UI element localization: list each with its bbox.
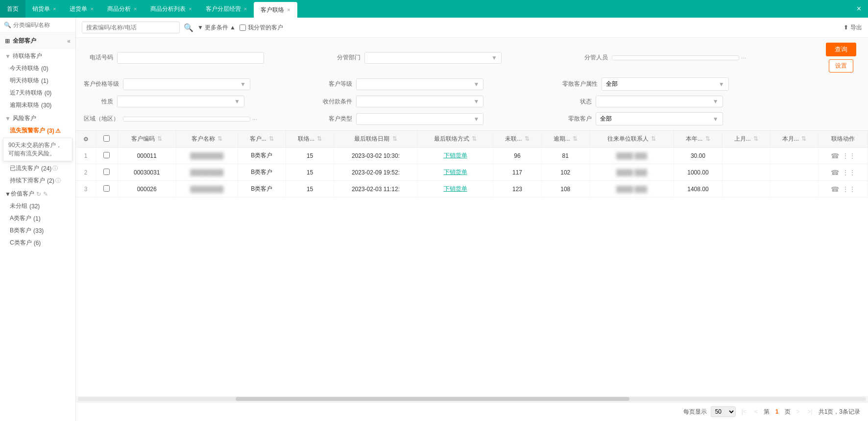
action-contact-icon-0[interactable]: ☎ bbox=[831, 152, 839, 160]
sidebar-search-area[interactable]: 🔍 bbox=[0, 18, 75, 33]
filter-customer-type-select[interactable]: ▼ bbox=[356, 113, 483, 125]
horizontal-scrollbar[interactable] bbox=[76, 396, 868, 402]
filter-gender-select[interactable]: ▼ bbox=[117, 96, 244, 107]
cell-this-year-0: 30.00 bbox=[674, 148, 722, 164]
tab-goods-analysis-list-close[interactable]: × bbox=[189, 6, 192, 12]
cell-last-contact-method-2[interactable]: 下销货单 bbox=[417, 181, 493, 198]
tab-sales-close[interactable]: × bbox=[53, 6, 56, 12]
row-checkbox-1[interactable] bbox=[103, 169, 110, 175]
tab-sales[interactable]: 销货单 × bbox=[25, 0, 63, 18]
filter-field-phone: 电话号码 bbox=[84, 52, 325, 64]
page-label: 第 bbox=[764, 408, 770, 416]
filter-manager-more[interactable]: ··· bbox=[741, 54, 746, 61]
col-last-contact-date[interactable]: 最后联络日期 ⇅ bbox=[334, 131, 418, 148]
col-type[interactable]: 客户... ⇅ bbox=[238, 131, 286, 148]
tab-purchase-close[interactable]: × bbox=[90, 6, 93, 12]
settings-button[interactable]: 设置 bbox=[829, 59, 853, 73]
col-last-month[interactable]: 上月... ⇅ bbox=[722, 131, 770, 148]
col-check[interactable] bbox=[96, 131, 118, 148]
export-button[interactable]: ⬆ 导出 bbox=[844, 24, 862, 32]
filter-dept-select[interactable]: ▼ bbox=[364, 52, 502, 64]
first-page-btn[interactable]: |< bbox=[740, 408, 748, 415]
col-overdue[interactable]: 逾期... ⇅ bbox=[541, 131, 589, 148]
filter-price-level-select[interactable]: ▼ bbox=[123, 78, 250, 90]
filter-phone-input[interactable] bbox=[117, 52, 264, 64]
tab-goods-analysis-close[interactable]: × bbox=[134, 6, 137, 12]
per-page-select[interactable]: 50 100 200 bbox=[711, 406, 736, 417]
sidebar-item-b-class[interactable]: B类客户 (33) bbox=[0, 224, 75, 237]
col-last-contact-method[interactable]: 最后联络方式 ⇅ bbox=[417, 131, 493, 148]
sidebar-collapse-btn[interactable]: « bbox=[67, 38, 71, 45]
tab-goods-analysis[interactable]: 商品分析 × bbox=[100, 0, 144, 18]
query-button[interactable]: 查询 bbox=[826, 43, 856, 56]
filter-payment-select[interactable]: ▼ bbox=[356, 96, 483, 107]
action-contact-icon-1[interactable]: ☎ bbox=[831, 169, 839, 176]
sidebar-item-churn-warning[interactable]: 流失预警客户 (3) ⚠ bbox=[0, 124, 75, 137]
row-checkbox-0[interactable] bbox=[103, 152, 110, 158]
filter-manager-select[interactable] bbox=[612, 55, 739, 60]
next-page-btn[interactable]: > bbox=[795, 408, 802, 415]
filter-region-more[interactable]: ··· bbox=[252, 116, 257, 123]
sidebar-item-tomorrow-pending[interactable]: 明天待联络 (1) bbox=[0, 74, 75, 87]
tab-goods-analysis-list[interactable]: 商品分析列表 × bbox=[144, 0, 198, 18]
last-page-btn[interactable]: >| bbox=[806, 408, 815, 415]
filter-my-customers-checkbox[interactable] bbox=[240, 25, 246, 31]
filter-status-select[interactable]: ▼ bbox=[596, 96, 723, 107]
sidebar-all-customers[interactable]: ⊞ 全部客户 « bbox=[0, 33, 75, 49]
value-refresh-icon[interactable]: ↻ bbox=[36, 191, 41, 198]
filter-field-zero-customer: 零散客户 全部 ▼ bbox=[562, 112, 796, 125]
sidebar-item-today-pending[interactable]: 今天待联络 (0) bbox=[0, 62, 75, 74]
filter-zero-attr-select[interactable]: 全部 ▼ bbox=[602, 77, 729, 91]
col-this-month[interactable]: 本月... ⇅ bbox=[770, 131, 818, 148]
value-edit-icon[interactable]: ✎ bbox=[43, 191, 48, 198]
col-settings[interactable]: ⚙ bbox=[76, 131, 96, 148]
tab-customer-contact[interactable]: 客户联络 × bbox=[254, 2, 297, 18]
window-close-button[interactable]: × bbox=[850, 4, 868, 13]
sidebar-group-pending[interactable]: ▼ 待联络客户 bbox=[0, 49, 75, 62]
filter-payment-label: 收付款条件 bbox=[323, 98, 352, 106]
filter-search-button[interactable]: 🔍 bbox=[184, 23, 193, 32]
cell-check-0[interactable] bbox=[96, 148, 118, 164]
row-checkbox-2[interactable] bbox=[103, 185, 110, 192]
filter-search-input[interactable] bbox=[82, 22, 180, 33]
col-this-year[interactable]: 本年... ⇅ bbox=[674, 131, 722, 148]
sidebar-item-declining[interactable]: 持续下滑客户 (2) ⓘ bbox=[0, 174, 75, 187]
action-more-icon-1[interactable]: ⋮⋮ bbox=[842, 169, 856, 176]
sidebar-group-value[interactable]: ▼ 价值客户 ↻ ✎ bbox=[0, 187, 75, 200]
col-contact[interactable]: 联络... ⇅ bbox=[286, 131, 334, 148]
cell-check-2[interactable] bbox=[96, 181, 118, 198]
tab-home[interactable]: 首页 bbox=[0, 0, 25, 18]
action-more-icon-2[interactable]: ⋮⋮ bbox=[842, 185, 856, 193]
col-name[interactable]: 客户名称 ⇅ bbox=[176, 131, 238, 148]
filter-my-customers-check[interactable]: 我分管的客户 bbox=[240, 24, 283, 32]
tab-customer-layer[interactable]: 客户分层经营 × bbox=[199, 0, 254, 18]
scrollbar-thumb[interactable] bbox=[236, 397, 630, 401]
cell-last-contact-method-1[interactable]: 下销货单 bbox=[417, 164, 493, 181]
sidebar-search-input[interactable] bbox=[13, 22, 72, 28]
action-more-icon-0[interactable]: ⋮⋮ bbox=[842, 152, 856, 160]
sidebar-item-a-class[interactable]: A类客户 (1) bbox=[0, 212, 75, 224]
tab-customer-contact-close[interactable]: × bbox=[287, 7, 290, 13]
filter-customer-level-select[interactable]: ▼ bbox=[356, 78, 483, 90]
cell-last-contact-method-0[interactable]: 下销货单 bbox=[417, 148, 493, 164]
action-contact-icon-2[interactable]: ☎ bbox=[831, 185, 839, 193]
sidebar-item-7day-pending[interactable]: 近7天待联络 (0) bbox=[0, 87, 75, 99]
select-all-checkbox[interactable] bbox=[103, 135, 110, 142]
sidebar-item-churned[interactable]: 已流失客户 (24) ⓘ bbox=[0, 162, 75, 174]
sidebar-item-overdue-pending[interactable]: 逾期未联络 (30) bbox=[0, 99, 75, 111]
col-no-contact-days[interactable]: 未联... ⇅ bbox=[493, 131, 541, 148]
cell-check-1[interactable] bbox=[96, 164, 118, 181]
sidebar-group-risk[interactable]: ▼ 风险客户 bbox=[0, 111, 75, 124]
prev-page-btn[interactable]: < bbox=[752, 408, 760, 415]
tab-customer-layer-close[interactable]: × bbox=[244, 6, 247, 12]
filter-more-conditions-button[interactable]: ▼ 更多条件 ▲ bbox=[197, 24, 236, 32]
filter-zero-customer-select[interactable]: 全部 ▼ bbox=[596, 112, 723, 125]
sidebar-item-c-class[interactable]: C类客户 (6) bbox=[0, 237, 75, 249]
table-body: 1 000011 ████████ B类客户 15 2023-03-02 10:… bbox=[76, 148, 868, 198]
tab-purchase[interactable]: 进货单 × bbox=[63, 0, 100, 18]
cell-this-month-0 bbox=[770, 148, 818, 164]
col-code[interactable]: 客户编码 ⇅ bbox=[118, 131, 176, 148]
filter-region-select[interactable] bbox=[123, 117, 250, 122]
col-contact-person[interactable]: 往来单位联系人 ⇅ bbox=[589, 131, 674, 148]
sidebar-item-ungroup[interactable]: 未分组 (32) bbox=[0, 200, 75, 212]
